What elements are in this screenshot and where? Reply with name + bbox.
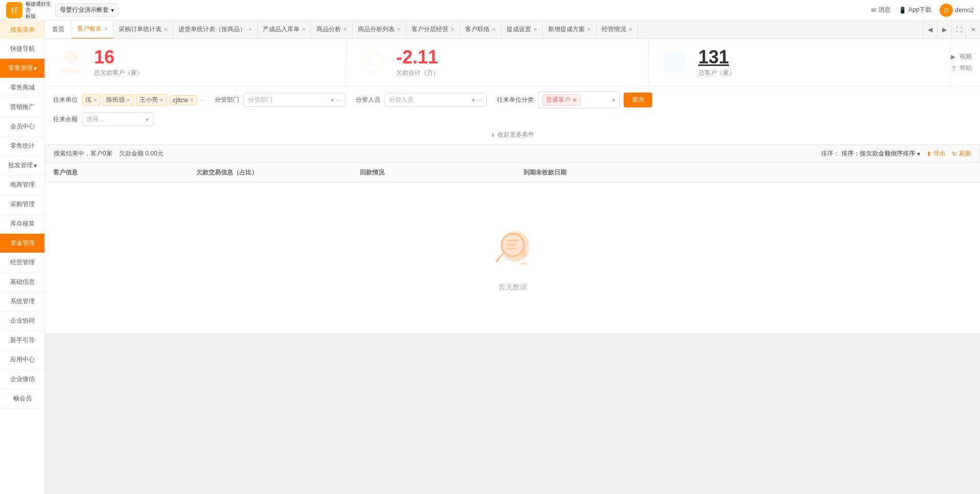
debt-icon: ¥ (357, 47, 388, 78)
sidebar-item-ecommerce[interactable]: 电商管理 (0, 175, 44, 195)
chevron-up-icon: ∧ (491, 131, 495, 139)
remove-tag-chen[interactable]: ✕ (126, 97, 130, 103)
chevron-down-icon: ▾ (472, 97, 475, 104)
tab-close-icon[interactable]: ✕ (343, 27, 347, 32)
stat-debt-label: 欠款合计（万） (396, 69, 439, 77)
refresh-icon: ↻ (952, 150, 957, 158)
sort-label: 排序： (821, 149, 839, 158)
sidebar: 搜索菜单 快捷导航 零售管理 ▾ 零售商城 营销推广 会员中心 零售统计 批发管… (0, 20, 45, 494)
col-header-due-date: 到期未收款日期 (523, 168, 972, 177)
sidebar-item-vip-member[interactable]: 畅会员 (0, 389, 44, 409)
tab-close-icon[interactable]: ✕ (302, 27, 306, 32)
tab-close-all[interactable]: ✕ (966, 20, 980, 39)
remove-tag-cuo[interactable]: ✕ (93, 97, 97, 103)
svg-point-13 (521, 251, 527, 257)
sidebar-item-new-user-guide[interactable]: 新手引导 (0, 331, 44, 350)
unit-filter-label: 往来单位 (53, 96, 78, 104)
tab-close-icon[interactable]: ✕ (533, 27, 537, 32)
svg-rect-10 (507, 240, 519, 241)
collapse-button[interactable]: ∧ 收起更多条件 (491, 130, 534, 139)
tab-produce-inbound[interactable]: 产成品入库单 ✕ (258, 20, 311, 39)
tab-product-analysis[interactable]: 商品分析 ✕ (311, 20, 353, 39)
unit-tag-wang: 王小亮 ✕ (136, 94, 167, 106)
filter-row-units: 往来单位 佤 ✕ 陈民强 ✕ 王小亮 ✕ (53, 92, 972, 108)
sidebar-item-member-center[interactable]: 会员中心 (0, 117, 44, 137)
refresh-button[interactable]: ↻ 刷新 (952, 149, 971, 158)
sidebar-item-basic-info[interactable]: 基础信息 (0, 273, 44, 292)
tab-customer-ledger[interactable]: 客户账本 ✕ (72, 20, 113, 39)
sidebar-item-system-mgmt[interactable]: 系统管理 (0, 292, 44, 311)
help-button[interactable]: ? 帮助 (952, 64, 972, 73)
sidebar-item-retail-mgmt[interactable]: 零售管理 ▾ (0, 59, 44, 78)
message-button[interactable]: ✉ 消息 (871, 6, 891, 14)
svg-rect-4 (668, 57, 672, 68)
sidebar-item-purchase-mgmt[interactable]: 采购管理 (0, 195, 44, 214)
page-content: 16 总欠款客户（家） ¥ -2.11 欠款合计（万） (45, 39, 980, 494)
sidebar-item-quick-nav[interactable]: 快捷导航 (0, 39, 44, 59)
tab-close-icon[interactable]: ✕ (248, 27, 252, 32)
sidebar-item-marketing[interactable]: 营销推广 (0, 98, 44, 117)
sidebar-item-enterprise-collab[interactable]: 企业协同 (0, 311, 44, 331)
tab-home[interactable]: 首页 (45, 20, 72, 39)
remove-tag-wang[interactable]: ✕ (159, 97, 164, 103)
stat-card-debtors: 16 总欠款客户（家） (45, 39, 347, 86)
tab-operations[interactable]: 经营情况 ✕ (597, 20, 638, 39)
logo-text: 畅捷通好生意 标版 (26, 1, 51, 19)
tab-scroll-arrows: ◀ ▶ ⛶ ✕ (923, 20, 980, 39)
export-button[interactable]: ⬆ 导出 (926, 149, 946, 158)
sidebar-item-operations-mgmt[interactable]: 经营管理 (0, 253, 44, 273)
tab-purchase-order[interactable]: 采购订单统计表 ✕ (113, 20, 173, 39)
sidebar-item-retail-mall[interactable]: 零售商城 (0, 78, 44, 98)
tab-boost-settings[interactable]: 提成设置 ✕ (502, 20, 543, 39)
sidebar-item-retail-stats[interactable]: 零售统计 (0, 137, 44, 156)
remove-category-tag[interactable]: ✕ (572, 97, 577, 104)
clear-icon[interactable]: ··· (477, 97, 482, 104)
tab-customer-tier[interactable]: 客户分层经营 ✕ (406, 20, 460, 39)
top-bar-left: 好 畅捷通好生意 标版 母婴行业演示帐套 ▾ (6, 1, 119, 19)
app-download-button[interactable]: 📱 App下载 (899, 6, 931, 14)
tab-close-icon[interactable]: ✕ (164, 27, 168, 32)
stats-row: 16 总欠款客户（家） ¥ -2.11 欠款合计（万） (45, 39, 980, 86)
tab-product-analysis-list[interactable]: 商品分析列表 ✕ (353, 20, 406, 39)
sidebar-item-search-menu[interactable]: 搜索菜单 (0, 20, 44, 39)
tab-new-boost-plan[interactable]: 新增提成方案 ✕ (543, 20, 597, 39)
sidebar-item-enterprise-wechat[interactable]: 企业微信 (0, 370, 44, 389)
tab-scroll-left[interactable]: ◀ (923, 20, 937, 39)
category-filter-select[interactable]: 普通客户 ✕ ▾ (538, 92, 620, 108)
chevron-down-icon: ▾ (34, 162, 37, 169)
tab-close-icon[interactable]: ✕ (450, 27, 454, 32)
tab-close-icon[interactable]: ✕ (104, 26, 108, 32)
video-button[interactable]: ▶ 视频 (951, 52, 972, 61)
tab-close-icon[interactable]: ✕ (397, 27, 401, 32)
tab-customer-contact[interactable]: 客户联络 ✕ (460, 20, 502, 39)
filter-more-btn[interactable]: ··· (199, 97, 204, 104)
clear-icon[interactable]: ··· (336, 97, 341, 104)
query-button[interactable]: 查询 (624, 93, 652, 107)
sidebar-item-app-center[interactable]: 应用中心 (0, 350, 44, 370)
sidebar-item-finance[interactable]: 资金管理 (0, 234, 44, 253)
top-bar: 好 畅捷通好生意 标版 母婴行业演示帐套 ▾ ✉ 消息 📱 App下载 D de… (0, 0, 980, 20)
tab-scroll-right[interactable]: ▶ (937, 20, 951, 39)
user-menu[interactable]: D demo2 (940, 4, 974, 17)
sort-selector[interactable]: 排序： 排序：按欠款金额倒序排序 ▾ (821, 149, 920, 158)
remove-tag-cjttcw[interactable]: ✕ (190, 97, 194, 103)
tab-maximize[interactable]: ⛶ (951, 20, 966, 39)
dept-filter-select[interactable]: 分管部门 ▾ ··· (243, 93, 346, 107)
store-selector[interactable]: 母婴行业演示帐套 ▾ (55, 3, 119, 17)
balance-filter-select[interactable]: 选择... ▾ (82, 113, 153, 126)
table-area: 客户信息 欠款交易信息（占比） 回款情况 到期未收款日期 (45, 163, 980, 333)
person-filter-select[interactable]: 分管人员 ▾ ··· (384, 93, 487, 107)
tab-purchase-stats[interactable]: 进货单统计表（按商品） ✕ (173, 20, 258, 39)
stat-debtors-label: 总欠款客户（家） (94, 69, 143, 77)
category-tag-normal: 普通客户 ✕ (542, 94, 581, 106)
sidebar-item-inventory[interactable]: 库存核算 (0, 214, 44, 234)
unit-tag-cuo: 佤 ✕ (82, 94, 101, 106)
stat-card-right-actions: ▶ 视频 ? 帮助 (951, 39, 980, 86)
tab-close-icon[interactable]: ✕ (628, 27, 632, 32)
sidebar-item-wholesale-mgmt[interactable]: 批发管理 ▾ (0, 156, 44, 175)
tab-close-icon[interactable]: ✕ (587, 27, 591, 32)
person-filter-label: 分管人员 (356, 96, 380, 104)
chevron-down-icon: ▾ (612, 97, 615, 104)
tab-close-icon[interactable]: ✕ (492, 27, 496, 32)
logo-area: 好 畅捷通好生意 标版 (6, 1, 51, 19)
